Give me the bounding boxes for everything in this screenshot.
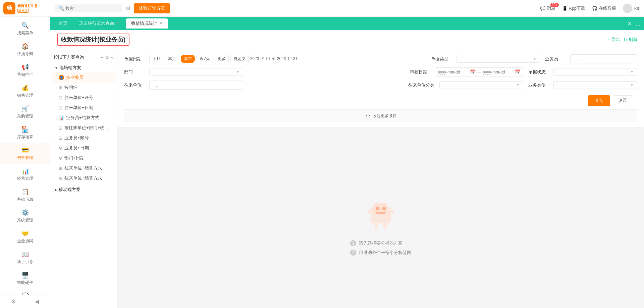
query-btn[interactable]: 查询 [588, 95, 610, 106]
search-menu-icon: 🔍 [21, 22, 29, 29]
dept-select[interactable]: ▼ [149, 68, 243, 76]
scheme-partner-date[interactable]: ⊟ 往来单位+日期 [52, 103, 115, 113]
topbar-search-box[interactable]: 🔍 [55, 4, 122, 12]
page-header: 收款情况统计(按业务员) ↑ 导出 ↻ 刷新 [50, 30, 644, 49]
last-7days-btn[interactable]: 近7天 [197, 55, 213, 63]
salesman-date-icon: ⊙ [59, 146, 62, 151]
collection-stats-tab-close[interactable]: ✕ [159, 21, 163, 26]
salesman-select[interactable]: ... [570, 54, 637, 63]
add-scheme-btn[interactable]: + [101, 55, 103, 60]
sidebar-item-newbie[interactable]: 📖 新手引导 [0, 247, 50, 268]
panel-collapse-btn[interactable]: « [111, 55, 114, 60]
date-options: 上月 本月 本年 近7天 更多 自定义 2023-01-01 至 2023-12… [149, 55, 298, 63]
scheme-by-salesman[interactable]: 👤 按业务员 [52, 72, 115, 83]
search-input[interactable] [66, 6, 116, 11]
business-type-label: 业务类型 [528, 82, 548, 88]
sidebar-settings-btn[interactable]: ⚙ [11, 298, 16, 305]
scheme-dept-date[interactable]: ⊙ 部门+日期 [52, 153, 115, 163]
tab-maximize-btn[interactable]: ⛶ [635, 20, 641, 27]
app-logo: 畅 畅捷通好生意 标准版 [0, 0, 50, 17]
bill-status-select[interactable]: ▼ [553, 68, 637, 76]
business-type-select[interactable]: ▼ [553, 81, 637, 89]
logo-text: 畅捷通好生意 标准版 [17, 4, 38, 13]
newbie-icon: 📖 [21, 251, 29, 258]
page-title-box: 收款情况统计(按业务员) [57, 34, 129, 46]
salesman-more-icon[interactable]: ... [576, 56, 579, 61]
collapse-bar[interactable]: ∧∧ 收起更多条件 [124, 109, 637, 122]
hardware-icon: 🖥️ [21, 271, 29, 279]
sidebar-item-inventory[interactable]: 🏪 库存核算 [0, 122, 50, 143]
custom-btn[interactable]: 自定义 [230, 55, 249, 63]
sidebar-collapse-btn[interactable]: ◀‌‌‌‌‌ [35, 298, 39, 305]
tab-close-all-btn[interactable]: ✕ [628, 20, 632, 27]
sidebar-item-purchase[interactable]: 🛒 采购管理 [0, 102, 50, 122]
more-btn[interactable]: 更多 [215, 55, 229, 63]
sidebar-item-sales[interactable]: 💰 销售管理 [0, 81, 50, 102]
sidebar-item-search[interactable]: 🔍 搜索菜单 [0, 18, 50, 39]
collapse-up-icon: ∧∧ [365, 114, 371, 118]
sidebar-item-quicknav[interactable]: 🏠 快捷导航 [0, 39, 50, 60]
sales-icon: 💰 [21, 84, 29, 92]
scheme-partner-settlement1[interactable]: ⊞ 往来单位+结算方式 [52, 163, 115, 173]
sidebar-item-operation[interactable]: 📊 经营管理 [0, 164, 50, 185]
audit-date-start[interactable] [438, 70, 468, 74]
scheme-partner-account[interactable]: ⊟ 往来单位+账号 [52, 93, 115, 103]
message-btn[interactable]: 💬 消息 99+ [540, 5, 555, 11]
partner-more-icon[interactable]: ... [155, 83, 158, 88]
calendar-start-icon: 📅 [470, 69, 475, 74]
empty-illustration [361, 193, 401, 234]
audit-date-range[interactable]: 📅 — 📅 [435, 67, 523, 76]
left-panel: 按以下方案查询 + ⚙ « [50, 49, 117, 308]
tab-bank-flow[interactable]: 现金银行流水查询 ✕ [74, 18, 124, 29]
desktop-scheme-group: ▼ 电脑端方案 👤 按业务员 ⊞ 按明细 ⊟ [50, 63, 117, 183]
gear-icon[interactable]: ⚙ [126, 5, 130, 11]
mobile-group-header[interactable]: ▶ 移动端方案 [52, 185, 115, 194]
filter-settings-btn[interactable]: 设置 [613, 95, 632, 106]
scheme-salesman-account[interactable]: ⊟ 业务员+账号 [52, 133, 115, 143]
sidebar-item-wechat[interactable]: 💬 企业微信 [0, 289, 50, 295]
desktop-group-header[interactable]: ▼ 电脑端方案 [52, 63, 115, 72]
trial-btn[interactable]: 体验行业方案 [134, 3, 170, 13]
sidebar-item-capital[interactable]: 💳 资金管理 [0, 143, 50, 164]
online-service-btn[interactable]: 🎧 在线客服 [592, 5, 616, 11]
scheme-salesman-date[interactable]: ⊙ 业务员+日期 [52, 143, 115, 153]
mobile-group-label: 移动端方案 [59, 187, 80, 193]
collection-stats-tab-label: 收款情况统计 [131, 20, 157, 27]
empty-state: 1 请先选择要分析的方案 2 用过滤条件来缩小分析范围 [117, 127, 644, 308]
sidebar-item-hardware[interactable]: 🖥️ 智能硬件 [0, 268, 50, 289]
date-range-display: 2023-01-01 至 2023-12-31 [250, 56, 298, 62]
export-icon: ↑ [608, 37, 610, 42]
sidebar-item-marketing[interactable]: 📢 营销推广 [0, 60, 50, 81]
this-month-btn[interactable]: 本月 [165, 55, 179, 63]
last-month-btn[interactable]: 上月 [149, 55, 163, 63]
partner-category-select[interactable]: ▼ [439, 81, 523, 89]
partner-category-dropdown-icon: ▼ [516, 83, 520, 87]
mobile-scheme-group: ▶ 移动端方案 [50, 185, 117, 194]
scheme-by-details[interactable]: ⊞ 按明细 [52, 83, 115, 93]
tab-home[interactable]: 首页 [54, 18, 72, 29]
bill-type-select[interactable]: ▼ [456, 55, 540, 63]
inventory-icon: 🏪 [21, 126, 29, 133]
tab-collection-stats[interactable]: 收款情况统计 ✕ [126, 18, 168, 29]
partner-select[interactable]: ... [149, 81, 243, 90]
bank-flow-tab-close[interactable]: ✕ [116, 21, 119, 26]
app-download-btn[interactable]: 📱 App下载 [562, 5, 585, 11]
this-year-btn[interactable]: 本年 [181, 55, 195, 63]
sidebar-item-enterprise[interactable]: 🤝 企业协同 [0, 226, 50, 247]
home-tab-label: 首页 [59, 20, 67, 27]
scheme-partner-account-label: 往来单位+账号 [64, 95, 93, 101]
scheme-settings-btn[interactable]: ⚙ [105, 55, 109, 60]
scheme-partner-settlement2[interactable]: ⊟ 往来单位+结算方式 [52, 173, 115, 183]
export-btn[interactable]: ↑ 导出 [608, 37, 621, 43]
audit-date-end[interactable] [483, 70, 513, 74]
scheme-partner-dept[interactable]: ⊟ 按往来单位+部门+收... [52, 123, 115, 133]
sidebar-item-system[interactable]: ⚙️ 系统管理 [0, 206, 50, 226]
sidebar-item-basic[interactable]: 📋 基础信息 [0, 185, 50, 206]
user-profile-btn[interactable]: Rit [623, 4, 639, 13]
refresh-icon: ↻ [624, 37, 627, 42]
scheme-salesman-settlement[interactable]: 📊 业务员+结算方式 [52, 113, 115, 123]
refresh-btn[interactable]: ↻ 刷新 [624, 37, 637, 43]
scheme-partner-settlement2-label: 往来单位+结算方式 [64, 175, 102, 181]
tip-item-1: 1 请先选择要分析的方案 [350, 240, 411, 246]
right-content: 单据日期 上月 本月 本年 近7天 更多 自定义 2023-01-01 至 20… [117, 49, 644, 308]
